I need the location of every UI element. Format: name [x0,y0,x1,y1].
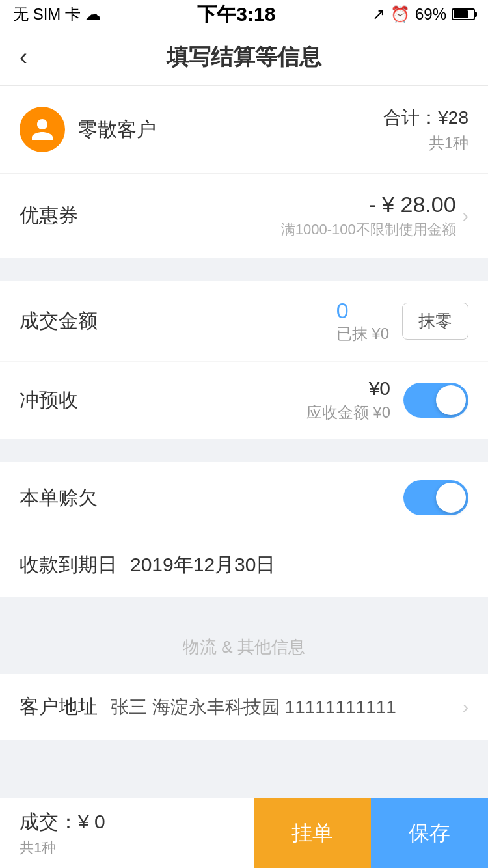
save-button[interactable]: 保存 [371,798,488,869]
battery-percent: 69% [415,5,446,23]
coupon-label: 优惠券 [20,202,78,229]
prepayment-label: 冲预收 [20,387,78,414]
debit-toggle-circle [436,483,466,513]
debit-toggle[interactable] [403,480,468,515]
status-right: ↗ ⏰ 69% [372,5,475,23]
coupon-chevron-icon: › [463,206,468,226]
deal-amount-sub: 已抹 ¥0 [336,323,389,344]
location-icon: ↗ [372,5,385,23]
status-bar: 无 SIM 卡 ☁ 下午3:18 ↗ ⏰ 69% [0,0,488,29]
customer-left: 零散客户 [20,107,156,152]
logistics-header: 物流 & 其他信息 [0,620,488,674]
coupon-info: - ¥ 28.00 满1000-100不限制使用金额 [281,192,456,239]
battery-icon [452,8,475,20]
toggle-circle [436,385,466,415]
address-label: 客户地址 [20,694,98,720]
deal-amount-row: 成交金额 0 已抹 ¥0 抹零 [0,281,488,362]
nav-bar: ‹ 填写结算等信息 [0,29,488,86]
page-title: 填写结算等信息 [167,42,321,72]
customer-count: 共1种 [383,133,468,154]
address-value: 张三 海淀永丰科技园 11111111111 [111,695,463,720]
status-left: 无 SIM 卡 ☁ [13,4,101,25]
customer-row: 零散客户 合计：¥28 共1种 [0,86,488,173]
address-row[interactable]: 客户地址 张三 海淀永丰科技园 11111111111 › [0,674,488,740]
section-divider-1 [0,269,488,281]
coupon-desc: 满1000-100不限制使用金额 [281,220,456,239]
customer-section: 零散客户 合计：¥28 共1种 优惠券 - ¥ 28.00 满1000-100不… [0,86,488,258]
alarm-icon: ⏰ [390,5,410,23]
bottom-count: 共1种 [20,838,234,858]
bottom-deal-text: 成交： [20,811,78,832]
deal-amount-label: 成交金额 [20,308,98,334]
logistics-label: 物流 & 其他信息 [170,636,318,658]
divider-left [20,647,170,647]
deal-amount-info: 0 已抹 ¥0 [336,298,389,344]
customer-right: 合计：¥28 共1种 [383,105,468,154]
prepayment-toggle[interactable] [403,383,468,418]
customer-total: 合计：¥28 [383,105,468,130]
debit-label: 本单赊欠 [20,485,98,511]
bottom-deal-amount: ¥ 0 [78,811,105,832]
person-icon [29,116,55,142]
hold-button[interactable]: 挂单 [254,798,371,869]
bottom-deal-label: 成交：¥ 0 [20,809,234,835]
due-date-label: 收款到期日 [20,552,117,578]
avatar [20,107,65,152]
bottom-bar: 成交：¥ 0 共1种 挂单 保存 [0,798,488,868]
address-section: 客户地址 张三 海淀永丰科技园 11111111111 › [0,674,488,740]
section-divider-3 [0,608,488,620]
debit-row: 本单赊欠 [0,462,488,534]
prepayment-amount: ¥0 [306,377,390,400]
section-divider-2 [0,450,488,462]
prepayment-amounts: ¥0 应收金额 ¥0 [306,377,390,423]
prepayment-right: ¥0 应收金额 ¥0 [306,377,468,423]
divider-right [318,647,468,647]
prepayment-row: 冲预收 ¥0 应收金额 ¥0 [0,362,488,439]
coupon-right: - ¥ 28.00 满1000-100不限制使用金额 › [281,192,468,239]
sim-label: 无 SIM 卡 ☁ [13,4,101,25]
prepayment-receivable: 应收金额 ¥0 [306,402,390,423]
customer-name: 零散客户 [78,116,156,143]
round-off-button[interactable]: 抹零 [402,303,468,340]
debit-section: 本单赊欠 收款到期日 2019年12月30日 [0,462,488,597]
deal-amount-value: 0 [336,298,389,323]
back-button[interactable]: ‹ [20,44,27,71]
due-date-row: 收款到期日 2019年12月30日 [0,534,488,597]
main-content: 零散客户 合计：¥28 共1种 优惠券 - ¥ 28.00 满1000-100不… [0,86,488,868]
deal-amount-right: 0 已抹 ¥0 抹零 [336,298,468,344]
coupon-row[interactable]: 优惠券 - ¥ 28.00 满1000-100不限制使用金额 › [0,173,488,258]
due-date-value[interactable]: 2019年12月30日 [130,552,275,578]
bottom-summary: 成交：¥ 0 共1种 [0,809,254,858]
status-time: 下午3:18 [197,1,275,28]
address-chevron-icon: › [463,697,468,718]
deal-amount-section: 成交金额 0 已抹 ¥0 抹零 冲预收 ¥0 应收金额 ¥0 [0,281,488,439]
coupon-amount: - ¥ 28.00 [281,192,456,217]
